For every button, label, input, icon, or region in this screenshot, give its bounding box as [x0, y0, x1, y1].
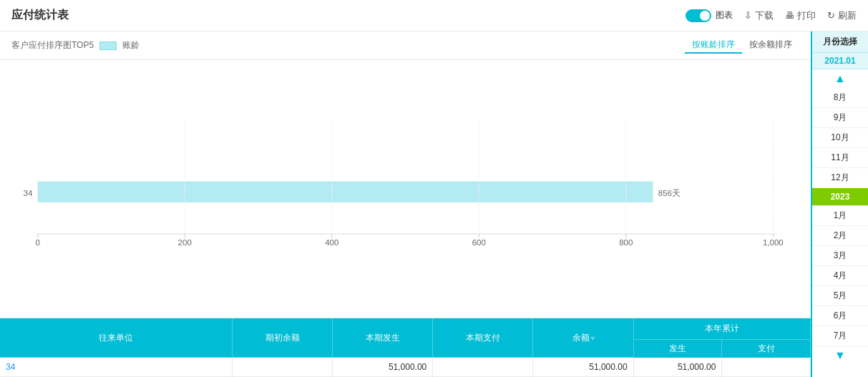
chart-toggle-wrap: 图表	[686, 9, 733, 22]
zaili-link[interactable]: 34	[6, 362, 15, 372]
col-header-yue: 余额 ▿	[533, 318, 633, 358]
month-selector-sidebar: 月份选择 2021.01 ▲ 8月 9月 10月 11月 12月 2023 1月…	[811, 31, 868, 377]
svg-text:0: 0	[35, 238, 39, 247]
cell-nianlei-fashen: 51,000.00	[634, 358, 723, 376]
col-header-nianlei: 本年累计 发生 支付	[634, 318, 811, 358]
sidebar-month-3[interactable]: 3月	[812, 246, 868, 266]
chart-toggle[interactable]	[686, 9, 711, 22]
sort-icon: ▿	[591, 334, 595, 342]
sidebar-title: 月份选择	[812, 31, 868, 53]
sidebar-month-8[interactable]: 8月	[812, 88, 868, 108]
cell-yue: 51,000.00	[533, 358, 633, 376]
sidebar-up-button[interactable]: ▲	[812, 69, 868, 88]
sidebar-down-button[interactable]: ▼	[812, 346, 868, 365]
chart-top-bar: 客户应付排序图TOP5 账龄 按账龄排序 按余额排序	[0, 31, 811, 60]
page-title: 应付统计表	[11, 8, 69, 23]
sort-by-balance-button[interactable]: 按余额排序	[742, 37, 799, 54]
svg-text:600: 600	[472, 238, 486, 247]
table-header: 往来单位 期初余额 本期发生 本期支付 余额 ▿ 本年累计 发生 支付	[0, 318, 811, 358]
cell-nianlei: 51,000.00	[634, 358, 811, 376]
sidebar-month-10[interactable]: 10月	[812, 128, 868, 148]
chart-bar	[38, 182, 653, 202]
sidebar-year-marker-2023: 2023	[812, 188, 868, 206]
chart-area: 34 856天 0 200 400 600	[0, 60, 811, 318]
legend-label: 客户应付排序图TOP5	[11, 39, 94, 52]
cell-benqi-zhifu	[433, 358, 533, 376]
header-actions: 图表 ⇩ 下载 🖶 打印 ↻ 刷新	[686, 9, 857, 22]
nianlei-main-label: 本年累计	[634, 318, 810, 340]
sidebar-month-6[interactable]: 6月	[812, 306, 868, 326]
y-label: 34	[24, 189, 33, 197]
bar-end-label: 856天	[658, 189, 681, 197]
legend-box-label: 账龄	[122, 39, 140, 52]
download-button[interactable]: ⇩ 下载	[744, 9, 774, 22]
header: 应付统计表 图表 ⇩ 下载 🖶 打印 ↻ 刷新	[0, 0, 868, 31]
col-header-benqi-fashen: 本期发生	[333, 318, 433, 358]
col-header-qichu: 期初余额	[233, 318, 333, 358]
sidebar-year[interactable]: 2021.01	[812, 53, 868, 69]
cell-benqi-fashen: 51,000.00	[333, 358, 433, 376]
legend-box	[99, 41, 117, 50]
chart-legend: 客户应付排序图TOP5 账龄	[11, 39, 140, 52]
sidebar-month-9[interactable]: 9月	[812, 108, 868, 128]
data-table: 往来单位 期初余额 本期发生 本期支付 余额 ▿ 本年累计 发生 支付	[0, 318, 811, 377]
print-button[interactable]: 🖶 打印	[785, 9, 816, 22]
col-header-zaili: 往来单位	[0, 318, 233, 358]
chart-section: 客户应付排序图TOP5 账龄 按账龄排序 按余额排序 34	[0, 31, 811, 377]
svg-text:1,000: 1,000	[763, 238, 784, 247]
toggle-label: 图表	[716, 9, 733, 21]
nianlei-fashen-label: 发生	[634, 340, 723, 358]
svg-text:200: 200	[178, 238, 192, 247]
download-icon: ⇩	[744, 10, 752, 21]
sort-buttons: 按账龄排序 按余额排序	[685, 37, 799, 54]
sidebar-month-12[interactable]: 12月	[812, 168, 868, 188]
sort-by-amount-button[interactable]: 按账龄排序	[685, 37, 742, 54]
nianlei-sub-headers: 发生 支付	[634, 340, 810, 358]
sidebar-month-11[interactable]: 11月	[812, 148, 868, 168]
refresh-icon: ↻	[827, 10, 835, 21]
svg-text:400: 400	[325, 238, 338, 247]
table-row: 34 51,000.00 51,000.00 51,000.00	[0, 358, 811, 377]
bar-chart: 34 856天 0 200 400 600	[11, 66, 799, 312]
sidebar-month-7[interactable]: 7月	[812, 326, 868, 346]
nianlei-zhifu-label: 支付	[722, 340, 810, 358]
main-area: 客户应付排序图TOP5 账龄 按账龄排序 按余额排序 34	[0, 31, 868, 377]
cell-qichu	[233, 358, 333, 376]
sidebar-month-4[interactable]: 4月	[812, 266, 868, 286]
cell-nianlei-zhifu	[722, 358, 810, 376]
cell-zaili: 34	[0, 358, 233, 376]
col-header-benqi-zhifu: 本期支付	[433, 318, 533, 358]
print-icon: 🖶	[785, 10, 794, 21]
svg-text:800: 800	[619, 238, 633, 247]
sidebar-month-5[interactable]: 5月	[812, 286, 868, 306]
sidebar-month-1[interactable]: 1月	[812, 206, 868, 226]
refresh-button[interactable]: ↻ 刷新	[827, 9, 857, 22]
sidebar-month-2[interactable]: 2月	[812, 226, 868, 246]
